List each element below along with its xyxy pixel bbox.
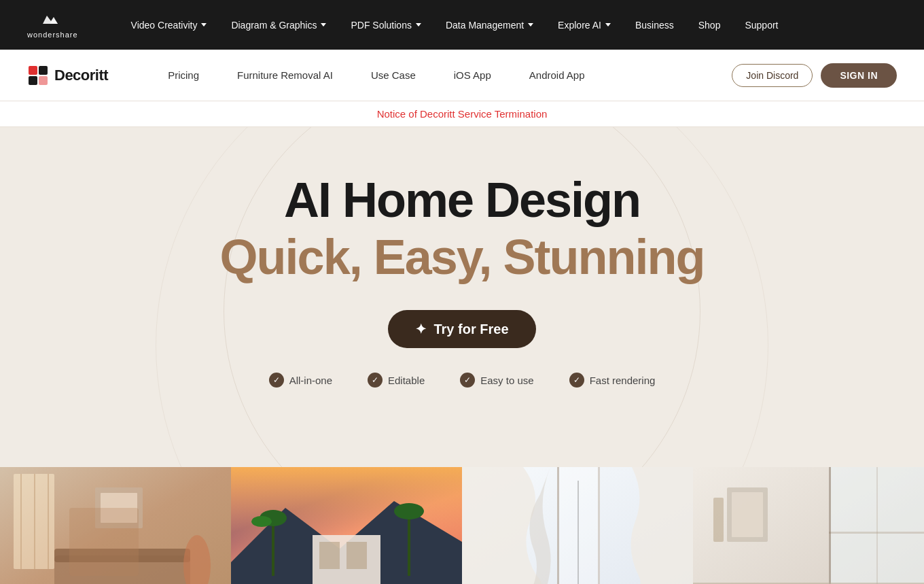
svg-rect-12 [54, 549, 190, 562]
image-tile-3[interactable] [462, 467, 693, 584]
nav-item-business[interactable]: Business [623, 0, 686, 50]
svg-rect-10 [101, 493, 137, 523]
nav-item-explore-ai[interactable]: Explore AI [546, 0, 623, 50]
nav-item-diagram-graphics[interactable]: Diagram & Graphics [219, 0, 338, 50]
wondershare-logo-text: wondershare [27, 31, 78, 39]
sub-nav-furniture-removal[interactable]: Furniture Removal AI [218, 50, 352, 101]
chevron-down-icon [528, 23, 533, 27]
svg-rect-18 [346, 542, 367, 569]
svg-rect-2 [29, 76, 37, 85]
chevron-down-icon [605, 23, 611, 27]
check-icon: ✓ [460, 373, 475, 388]
sub-nav-items: Pricing Furniture Removal AI Use Case iO… [149, 50, 732, 101]
nav-item-support[interactable]: Support [732, 0, 790, 50]
feature-easy-to-use: ✓ Easy to use [460, 373, 533, 388]
hero-features: ✓ All-in-one ✓ Editable ✓ Easy to use ✓ … [27, 373, 897, 388]
sub-nav-use-case[interactable]: Use Case [352, 50, 435, 101]
svg-rect-6 [20, 474, 22, 569]
svg-rect-26 [557, 467, 559, 584]
nav-item-video-creativity[interactable]: Video Creativity [119, 0, 219, 50]
hero-section: AI Home Design Quick, Easy, Stunning ✦ T… [0, 127, 924, 467]
sub-nav-actions: Join Discord SIGN IN [732, 63, 897, 88]
svg-rect-38 [713, 498, 724, 542]
chevron-down-icon [321, 23, 326, 27]
sub-nav-ios-app[interactable]: iOS App [435, 50, 510, 101]
svg-rect-8 [48, 474, 49, 569]
feature-editable: ✓ Editable [368, 373, 425, 388]
sign-in-button[interactable]: SIGN IN [821, 63, 897, 88]
svg-point-21 [251, 516, 272, 527]
sparkle-icon: ✦ [415, 321, 427, 337]
hero-title-line1: AI Home Design [27, 175, 897, 226]
sub-nav-android-app[interactable]: Android App [510, 50, 604, 101]
nav-item-data-management[interactable]: Data Management [433, 0, 546, 50]
hero-title-line2: Quick, Easy, Stunning [27, 232, 897, 284]
chevron-down-icon [416, 23, 421, 27]
svg-rect-37 [732, 492, 763, 537]
svg-rect-1 [39, 66, 48, 75]
feature-all-in-one: ✓ All-in-one [269, 373, 332, 388]
try-free-button[interactable]: ✦ Try for Free [388, 310, 535, 348]
svg-rect-3 [39, 76, 48, 85]
svg-rect-22 [408, 515, 410, 576]
svg-rect-29 [559, 467, 600, 584]
check-icon: ✓ [569, 373, 584, 388]
image-tile-2[interactable] [231, 467, 462, 584]
sub-nav-pricing[interactable]: Pricing [149, 50, 218, 101]
image-grid [0, 467, 924, 584]
image-tile-4[interactable] [693, 467, 924, 584]
top-navigation: wondershare Video Creativity Diagram & G… [0, 0, 924, 50]
svg-rect-35 [831, 467, 924, 584]
svg-rect-19 [272, 521, 274, 576]
wondershare-logo[interactable]: wondershare [27, 12, 78, 39]
svg-rect-0 [29, 66, 37, 75]
image-tile-1[interactable] [0, 467, 231, 584]
notice-bar[interactable]: Notice of Decoritt Service Termination [0, 101, 924, 127]
feature-fast-rendering: ✓ Fast rendering [569, 373, 656, 388]
join-discord-button[interactable]: Join Discord [732, 64, 813, 87]
check-icon: ✓ [269, 373, 284, 388]
top-nav-items: Video Creativity Diagram & Graphics PDF … [119, 0, 897, 50]
check-icon: ✓ [368, 373, 383, 388]
svg-point-23 [394, 503, 424, 519]
nav-item-shop[interactable]: Shop [686, 0, 733, 50]
decoritt-logo-text: Decoritt [54, 67, 108, 84]
decoritt-logo[interactable]: Decoritt [27, 65, 108, 86]
nav-item-pdf-solutions[interactable]: PDF Solutions [338, 0, 433, 50]
svg-rect-7 [34, 474, 35, 569]
sub-navigation: Decoritt Pricing Furniture Removal AI Us… [0, 50, 924, 101]
svg-rect-17 [319, 542, 340, 569]
svg-rect-32 [829, 467, 831, 584]
chevron-down-icon [201, 23, 207, 27]
